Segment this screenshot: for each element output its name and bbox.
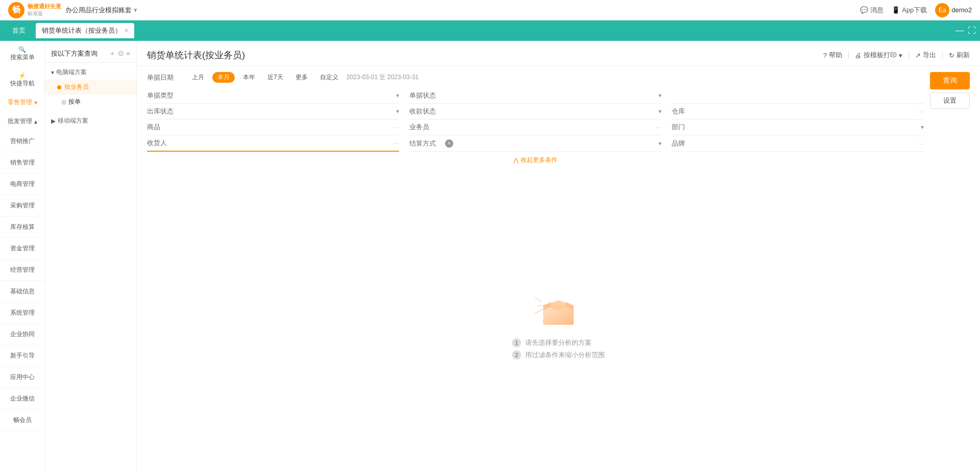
sidebar-item-wholesale[interactable]: 批发管理 ▴ [0, 112, 44, 131]
filter-cell-doc-type: 单据类型 ▾ [147, 88, 399, 104]
ship-status-arrow-icon[interactable]: ▾ [396, 108, 399, 115]
sidebar-item-enterprise[interactable]: 企业协同 [0, 324, 44, 345]
scheme-group-mobile-title[interactable]: ▶ 移动端方案 [45, 113, 136, 128]
settle-control[interactable]: × ▾ [445, 139, 662, 148]
tab-close-icon[interactable]: × [125, 27, 128, 34]
refresh-icon: ↻ [949, 52, 954, 59]
date-btn-last-month[interactable]: 上月 [188, 72, 208, 83]
scheme-item-by-salesperson[interactable]: 按业务员 [45, 80, 136, 95]
sidebar-item-marketing[interactable]: 营销推广 [0, 131, 44, 152]
filter-cell-empty1 [672, 88, 924, 104]
date-filter: 上月 本月 本年 近7天 更多 自定义 2023-03-01 至 2023-03… [188, 72, 419, 83]
tab-home[interactable]: 首页 [4, 23, 34, 38]
salesperson-control[interactable]: ··· [445, 123, 662, 131]
empty-illustration [533, 288, 584, 330]
edit-scheme-button[interactable]: ⊙ [118, 49, 124, 58]
filter-right-actions: 查询 设置 [924, 72, 970, 169]
query-button[interactable]: 查询 [930, 72, 970, 89]
receipt-status-arrow-icon[interactable]: ▾ [658, 108, 662, 115]
scheme-sub-item-by-order[interactable]: ⊞ 按单 [45, 95, 136, 109]
date-btn-this-year[interactable]: 本年 [239, 72, 259, 83]
app-download-button[interactable]: 📱 App下载 [892, 6, 927, 15]
salesperson-label: 业务员 [409, 123, 445, 132]
print-button[interactable]: 🖨 按模板打印 ▾ [855, 51, 902, 60]
warehouse-dots-icon[interactable]: ··· [918, 107, 924, 115]
doc-status-arrow-icon[interactable]: ▾ [658, 92, 662, 99]
date-btn-more[interactable]: 更多 [291, 72, 312, 83]
receiver-dots-icon[interactable]: ··· [393, 139, 399, 147]
sidebar-item-retail[interactable]: 零售管理 ▾ [0, 93, 44, 112]
doc-status-label: 单据状态 [409, 91, 445, 100]
filter-grid-row5: 收货人 ··· 结算方式 × ▾ [147, 135, 924, 152]
print-icon: 🖨 [855, 52, 862, 59]
filter-wrapper: 单据日期 上月 本月 本年 近7天 更多 自定义 2023-03-01 至 20… [137, 66, 980, 175]
brand-control[interactable]: ··· [707, 139, 924, 148]
content-area: 按以下方案查询 ＋ ⊙ « ▾ 电脑端方案 按业务员 ⊞ 按单 [45, 41, 980, 472]
message-icon: 💬 [860, 6, 868, 14]
company-selector[interactable]: 办公用品行业模拟账套 ▾ [65, 6, 137, 15]
salesperson-dots-icon[interactable]: ··· [655, 123, 662, 131]
sidebar-item-ecommerce[interactable]: 电商管理 [0, 174, 44, 195]
export-button[interactable]: ↗ 导出 [915, 51, 936, 60]
sidebar-item-purchase[interactable]: 采购管理 [0, 195, 44, 217]
tab-sales-stat[interactable]: 销货单统计表（按业务员） × [36, 23, 134, 38]
sidebar-item-system[interactable]: 系统管理 [0, 302, 44, 324]
topbar-left: 畅 畅捷通好生意 标准版 办公用品行业模拟账套 ▾ [8, 2, 137, 18]
collapse-scheme-button[interactable]: « [126, 49, 130, 58]
goods-control[interactable]: ··· [183, 123, 399, 131]
sidebar-item-inventory[interactable]: 库存核算 [0, 217, 44, 238]
date-btn-last-7-days[interactable]: 近7天 [263, 72, 287, 83]
date-btn-this-month[interactable]: 本月 [212, 72, 235, 83]
sidebar-item-apps[interactable]: 应用中心 [0, 367, 44, 388]
goods-dots-icon[interactable]: ··· [393, 123, 399, 131]
page-actions: ? 帮助 🖨 按模板打印 ▾ ↗ 导出 [823, 51, 970, 60]
brand-dots-icon[interactable]: ··· [918, 139, 924, 148]
date-btn-custom[interactable]: 自定义 [316, 72, 342, 83]
filter-grid-row2: 单据类型 ▾ 单据状态 ▾ [147, 88, 924, 104]
collapse-button[interactable]: ⋀ 收起更多条件 [147, 152, 924, 169]
chevron-down-icon: ▾ [134, 6, 137, 14]
user-menu[interactable]: Ea demo2 [935, 3, 972, 17]
department-control[interactable]: ▾ [707, 124, 924, 131]
warehouse-control[interactable]: ··· [707, 107, 924, 115]
scheme-group-desktop-title[interactable]: ▾ 电脑端方案 [45, 65, 136, 80]
doc-type-arrow-icon[interactable]: ▾ [396, 92, 399, 99]
sidebar-item-newbie[interactable]: 新手引导 [0, 345, 44, 367]
filter-cell-brand: 品牌 ··· [672, 135, 924, 152]
doc-type-control[interactable]: ▾ [183, 92, 399, 99]
add-scheme-button[interactable]: ＋ [109, 49, 116, 58]
sidebar-item-basic-info[interactable]: 基础信息 [0, 281, 44, 302]
chevron-right-icon: ▾ [51, 69, 54, 76]
maximize-icon[interactable]: ⛶ [968, 26, 976, 35]
expand-icon: ▾ [34, 99, 37, 106]
settle-clear-icon[interactable]: × [445, 139, 453, 148]
sidebar-item-finance[interactable]: 资金管理 [0, 238, 44, 259]
filter-cell-ship-status: 出库状态 ▾ [147, 104, 399, 120]
ship-status-control[interactable]: ▾ [183, 108, 399, 115]
ship-status-label: 出库状态 [147, 107, 183, 116]
logo-text: 畅捷通好生意 标准版 [28, 3, 61, 17]
sidebar-item-sales[interactable]: 销售管理 [0, 152, 44, 174]
doc-status-control[interactable]: ▾ [445, 92, 662, 99]
filter-cell-receipt-status: 收款状态 ▾ [409, 104, 662, 120]
scheme-panel: 按以下方案查询 ＋ ⊙ « ▾ 电脑端方案 按业务员 ⊞ 按单 [45, 41, 137, 472]
message-button[interactable]: 💬 消息 [860, 6, 884, 15]
sidebar-item-search[interactable]: 🔍 搜索菜单 [0, 41, 44, 67]
quick-nav-icon: ⚡ [2, 72, 42, 79]
sidebar-item-operation[interactable]: 经营管理 [0, 259, 44, 281]
receiver-control[interactable]: ··· [183, 139, 399, 147]
help-button[interactable]: ? 帮助 [823, 51, 842, 60]
settings-button[interactable]: 设置 [930, 92, 970, 109]
receipt-status-control[interactable]: ▾ [445, 108, 662, 115]
settle-arrow-icon[interactable]: ▾ [658, 140, 662, 147]
sidebar-item-wechat[interactable]: 企业微信 [0, 388, 44, 410]
settle-label: 结算方式 [409, 139, 445, 148]
sidebar-item-quick-nav[interactable]: ⚡ 快捷导航 [0, 67, 44, 93]
sidebar-item-member[interactable]: 畅会员 [0, 410, 44, 431]
filter-cell-goods: 商品 ··· [147, 120, 399, 135]
filter-row-date: 单据日期 上月 本月 本年 近7天 更多 自定义 2023-03-01 至 20… [147, 72, 924, 83]
minimize-icon[interactable]: — [955, 26, 964, 35]
empty-box-icon [533, 288, 584, 328]
page-header: 销货单统计表(按业务员) ? 帮助 🖨 按模板打印 ▾ ↗ [137, 41, 980, 66]
refresh-button[interactable]: ↻ 刷新 [949, 51, 970, 60]
